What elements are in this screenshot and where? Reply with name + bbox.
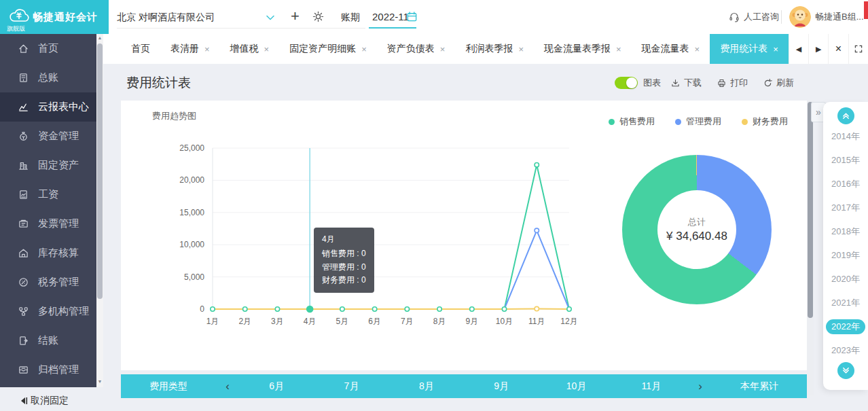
- page-title: 费用统计表: [126, 74, 191, 92]
- fullscreen-icon[interactable]: [848, 34, 868, 64]
- svg-text:10月: 10月: [496, 317, 513, 326]
- expense-table-header: 费用类型 ‹ 6月 7月 8月 9月 10月 11月 › 本年累计: [121, 374, 807, 398]
- app-logo: 畅捷通好会计 旗舰版: [0, 0, 109, 34]
- user-name[interactable]: 畅捷通B组...: [815, 0, 864, 34]
- prev-months-icon[interactable]: ‹: [216, 380, 239, 393]
- year-item[interactable]: 2019年: [826, 243, 865, 267]
- chart-toggle-switch[interactable]: [615, 77, 638, 89]
- svg-text:5月: 5月: [336, 317, 349, 326]
- close-tab-icon[interactable]: ×: [440, 44, 446, 54]
- app-edition-label: 旗舰版: [7, 24, 25, 33]
- years-scroll-down-button[interactable]: [837, 362, 854, 379]
- sidebar-item-cloud-reports[interactable]: 云报表中心: [0, 92, 103, 122]
- chart-legend: 销售费用 管理费用 财务费用: [609, 115, 788, 128]
- sidebar-item-invoices[interactable]: 发票管理: [0, 209, 103, 238]
- print-button[interactable]: 打印: [717, 77, 748, 89]
- year-item[interactable]: 2014年: [826, 124, 865, 148]
- tab-item[interactable]: 增值税×: [220, 34, 280, 64]
- sidebar-item-archive[interactable]: 归档管理: [0, 355, 103, 385]
- inventory-icon: [18, 247, 29, 259]
- svg-text:7月: 7月: [401, 317, 414, 326]
- sidebar-item-tax[interactable]: 税务管理: [0, 268, 103, 297]
- sidebar-scrollbar-thumb[interactable]: [97, 43, 103, 299]
- close-tab-icon[interactable]: ×: [361, 44, 367, 54]
- tab-item[interactable]: 表清册×: [160, 34, 220, 64]
- next-months-icon[interactable]: ›: [689, 380, 712, 393]
- year-item[interactable]: 2020年: [826, 267, 865, 291]
- sidebar-item-general-ledger[interactable]: 总账: [0, 63, 103, 92]
- svg-text:12月: 12月: [560, 317, 577, 326]
- sidebar-item-multi-org[interactable]: 多机构管理: [0, 297, 103, 326]
- add-account-button[interactable]: +: [291, 0, 300, 33]
- tab-item[interactable]: 首页: [121, 34, 160, 64]
- support-button[interactable]: 人工咨询: [729, 0, 779, 34]
- tab-item[interactable]: 现金流量表×: [632, 34, 710, 64]
- close-tab-icon[interactable]: ×: [616, 44, 621, 54]
- column-expense-type: 费用类型: [121, 380, 216, 393]
- headset-icon: [729, 12, 740, 22]
- year-item[interactable]: 2023年: [826, 338, 865, 362]
- unpin-sidebar-button[interactable]: 取消固定: [19, 395, 69, 407]
- svg-text:25,000: 25,000: [179, 143, 204, 153]
- tab-item[interactable]: 现金流量表季报×: [534, 34, 632, 64]
- tab-scroll-left-button[interactable]: ◀: [789, 34, 808, 64]
- close-tab-icon[interactable]: ×: [773, 44, 778, 54]
- column-month: 6月: [239, 380, 314, 393]
- svg-text:9月: 9月: [465, 317, 478, 326]
- sidebar-item-home[interactable]: 首页: [0, 34, 103, 63]
- legend-item-finance[interactable]: 财务费用: [742, 115, 788, 128]
- year-item[interactable]: 2015年: [826, 148, 865, 172]
- close-tab-icon[interactable]: ×: [264, 44, 270, 54]
- refresh-icon: [763, 78, 773, 88]
- year-item[interactable]: 2021年: [826, 291, 865, 315]
- chevron-down-icon[interactable]: [266, 15, 274, 20]
- tab-item[interactable]: 固定资产明细账×: [279, 34, 377, 64]
- sidebar-item-inventory[interactable]: 库存核算: [0, 238, 103, 268]
- sidebar-item-closing[interactable]: 结账: [0, 326, 103, 355]
- gear-icon[interactable]: [312, 11, 324, 22]
- svg-text:4月: 4月: [304, 317, 317, 326]
- years-scroll-up-button[interactable]: [837, 107, 854, 124]
- legend-item-admin[interactable]: 管理费用: [675, 115, 721, 128]
- tab-item[interactable]: 费用统计表×: [710, 34, 789, 64]
- sidebar-item-funds[interactable]: 资金管理: [0, 122, 103, 151]
- download-button[interactable]: 下载: [670, 77, 702, 89]
- tax-icon: [18, 276, 29, 288]
- svg-text:6月: 6月: [368, 317, 381, 326]
- ledger-icon: [18, 72, 29, 84]
- year-item[interactable]: 2017年: [826, 196, 865, 219]
- column-month: 11月: [614, 380, 689, 393]
- close-all-tabs-button[interactable]: ×: [828, 34, 848, 64]
- avatar[interactable]: [789, 6, 811, 28]
- close-tab-icon[interactable]: ×: [204, 44, 210, 54]
- column-month: 10月: [539, 380, 613, 393]
- sidebar-nav: 首页 总账 云报表中心 资金管理 固定资产 工资 发票管理 库存核算 税务管理 …: [0, 34, 103, 387]
- refresh-button[interactable]: 刷新: [763, 77, 794, 89]
- legend-item-sales[interactable]: 销售费用: [609, 115, 655, 128]
- closing-icon: [18, 335, 29, 346]
- support-label: 人工咨询: [744, 11, 779, 23]
- svg-text:5,000: 5,000: [184, 272, 204, 282]
- period-value[interactable]: 2022-11: [372, 0, 409, 34]
- payroll-icon: [18, 189, 29, 200]
- sidebar-item-fixed-assets[interactable]: 固定资产: [0, 151, 103, 180]
- tab-item[interactable]: 利润表季报×: [455, 34, 534, 64]
- trend-chart-title: 费用趋势图: [152, 110, 196, 122]
- print-icon: [717, 78, 727, 88]
- tab-item[interactable]: 资产负债表×: [377, 34, 456, 64]
- company-select[interactable]: 北京 对啊酒店有限公司: [117, 0, 215, 34]
- year-item[interactable]: 2016年: [826, 172, 865, 196]
- scroll-down-icon[interactable]: ▼: [96, 379, 103, 384]
- year-item[interactable]: 2022年: [826, 315, 865, 338]
- tab-bar: 首页 表清册× 增值税× 固定资产明细账× 资产负债表× 利润表季报× 现金流量…: [103, 34, 868, 64]
- calendar-icon[interactable]: [406, 11, 418, 22]
- scroll-up-icon[interactable]: ▲: [96, 35, 103, 40]
- year-item[interactable]: 2018年: [826, 219, 865, 243]
- main-scrollbar-thumb[interactable]: [808, 102, 813, 318]
- sidebar-item-payroll[interactable]: 工资: [0, 180, 103, 209]
- close-tab-icon[interactable]: ×: [695, 44, 700, 54]
- column-ytd-total: 本年累计: [712, 380, 807, 393]
- svg-text:0: 0: [200, 304, 204, 314]
- close-tab-icon[interactable]: ×: [518, 44, 524, 54]
- tab-scroll-right-button[interactable]: ▶: [808, 34, 828, 64]
